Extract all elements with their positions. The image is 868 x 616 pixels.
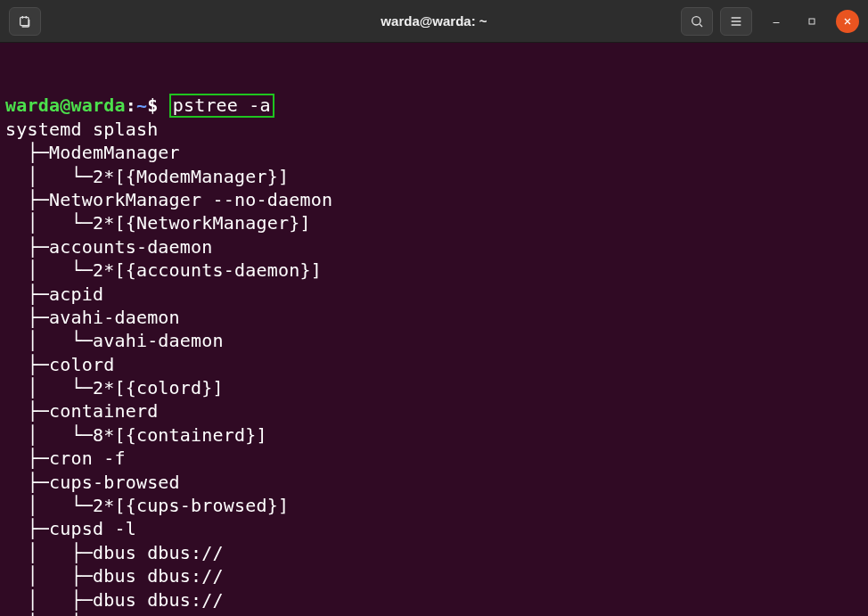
svg-point-1: [692, 16, 700, 24]
svg-rect-0: [20, 17, 29, 25]
new-tab-icon: [18, 14, 32, 29]
output-line: │ └─2*[{ModemManager}]: [5, 165, 863, 188]
output-line: │ └─2*[{cups-browsed}]: [5, 494, 863, 517]
output-line: │ ├─dbus dbus://: [5, 588, 863, 612]
titlebar: warda@warda: ~: [0, 0, 868, 43]
output-line: ├─colord: [5, 353, 863, 376]
output-line: ├─avahi-daemon: [5, 306, 863, 329]
prompt-symbol: $: [147, 94, 158, 116]
menu-button[interactable]: [720, 7, 752, 36]
output-line: ├─acpid: [5, 283, 863, 306]
output-line: ├─NetworkManager --no-daemon: [5, 188, 863, 211]
terminal-window: warda@warda: ~ warda@warda:~$ pstree -as…: [0, 0, 868, 616]
output-line: │ └─dbus dbus://: [5, 612, 863, 616]
prompt-colon: :: [126, 94, 136, 116]
output-line: ├─cron -f: [5, 447, 863, 470]
minimize-icon: [771, 16, 782, 27]
hamburger-icon: [729, 14, 743, 29]
maximize-button[interactable]: [800, 10, 823, 33]
prompt-path: ~: [136, 94, 147, 116]
output-line: systemd splash: [5, 118, 863, 141]
output-line: ├─accounts-daemon: [5, 235, 863, 259]
search-button[interactable]: [681, 7, 713, 36]
command-highlight: pstree -a: [169, 94, 274, 118]
prompt-line: warda@warda:~$ pstree -a: [5, 94, 863, 118]
window-title: warda@warda: ~: [381, 13, 487, 29]
output-line: │ └─2*[{accounts-daemon}]: [5, 259, 863, 282]
output-line: ├─containerd: [5, 399, 863, 423]
close-icon: [842, 16, 853, 27]
output-line: │ └─8*[{containerd}]: [5, 423, 863, 447]
output-line: │ └─2*[{colord}]: [5, 376, 863, 399]
svg-rect-2: [809, 19, 815, 24]
output-line: │ └─2*[{NetworkManager}]: [5, 211, 863, 234]
output-line: ├─cupsd -l: [5, 517, 863, 540]
search-icon: [690, 14, 704, 29]
prompt-user-host: warda@warda: [5, 94, 126, 116]
output-line: │ ├─dbus dbus://: [5, 564, 863, 587]
output-line: ├─cups-browsed: [5, 471, 863, 494]
maximize-icon: [807, 16, 817, 27]
output-line: │ └─avahi-daemon: [5, 329, 863, 352]
terminal-content[interactable]: warda@warda:~$ pstree -asystemd splash ├…: [0, 43, 868, 616]
output-line: ├─ModemManager: [5, 141, 863, 164]
close-button[interactable]: [836, 10, 859, 33]
minimize-button[interactable]: [765, 10, 788, 33]
new-tab-button[interactable]: [9, 7, 41, 36]
pstree-output: systemd splash ├─ModemManager │ └─2*[{Mo…: [5, 118, 863, 616]
output-line: │ ├─dbus dbus://: [5, 541, 863, 564]
